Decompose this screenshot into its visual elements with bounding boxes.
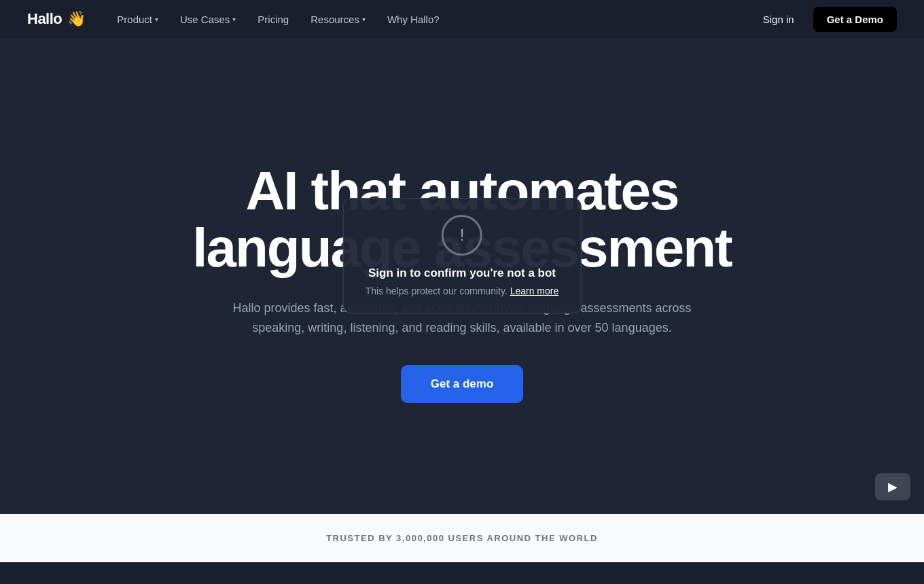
- bot-dialog-subtitle: This helps protect our community. Learn …: [366, 286, 559, 296]
- trusted-section: TRUSTED BY 3,000,000 USERS AROUND THE WO…: [0, 514, 924, 562]
- sign-in-button[interactable]: Sign in: [755, 8, 802, 31]
- logo[interactable]: Hallo 👋: [27, 10, 86, 28]
- hero-cta-button[interactable]: Get a demo: [401, 365, 524, 403]
- chevron-down-icon: ▾: [232, 16, 236, 23]
- nav-resources[interactable]: Resources ▾: [301, 8, 375, 31]
- logo-icon: 👋: [67, 10, 86, 28]
- nav-links: Product ▾ Use Cases ▾ Pricing Resources …: [107, 8, 448, 31]
- logo-text: Hallo: [27, 10, 62, 28]
- nav-left: Hallo 👋 Product ▾ Use Cases ▾ Pricing Re…: [27, 8, 449, 31]
- get-demo-button[interactable]: Get a Demo: [813, 7, 897, 32]
- nav-right: Sign in Get a Demo: [755, 7, 897, 32]
- video-play-button[interactable]: [875, 473, 910, 500]
- bot-warning-icon: !: [442, 215, 482, 256]
- bot-dialog: ! Sign in to confirm you're not a bot Th…: [343, 198, 582, 313]
- nav-pricing[interactable]: Pricing: [248, 8, 298, 31]
- learn-more-link[interactable]: Learn more: [510, 286, 559, 296]
- trusted-text: TRUSTED BY 3,000,000 USERS AROUND THE WO…: [27, 533, 897, 543]
- hero-section: AI that automates language assessment ! …: [0, 38, 924, 514]
- navbar: Hallo 👋 Product ▾ Use Cases ▾ Pricing Re…: [0, 0, 924, 38]
- nav-product[interactable]: Product ▾: [107, 8, 168, 31]
- nav-why-hallo[interactable]: Why Hallo?: [378, 8, 449, 31]
- chevron-down-icon: ▾: [155, 16, 158, 23]
- bot-dialog-title: Sign in to confirm you're not a bot: [366, 267, 559, 280]
- nav-use-cases[interactable]: Use Cases ▾: [171, 8, 245, 31]
- chevron-down-icon: ▾: [362, 16, 366, 23]
